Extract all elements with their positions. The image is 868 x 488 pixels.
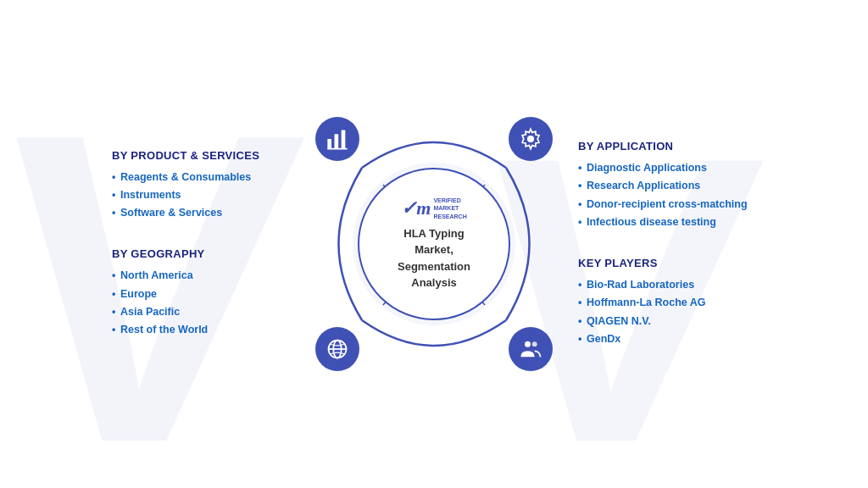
center-title: HLA Typing Market, Segmentation Analysis — [389, 225, 479, 291]
bar-chart-icon — [326, 127, 349, 151]
list-item: Europe — [112, 286, 290, 303]
application-section: BY APPLICATION Diagnostic Applications R… — [578, 140, 782, 231]
list-item: GenDx — [578, 330, 782, 348]
list-item: Donor-recipient cross-matching — [578, 196, 782, 214]
list-item: Bio-Rad Laboratories — [578, 276, 782, 294]
vmr-checkmark: ✓m — [401, 199, 431, 218]
geography-section: BY GEOGRAPHY North America Europe Asia P… — [112, 247, 290, 339]
list-item: Asia Pacific — [112, 303, 290, 321]
list-item: QIAGEN N.V. — [578, 313, 782, 330]
globe-icon-circle — [315, 327, 359, 371]
application-heading: BY APPLICATION — [578, 140, 782, 152]
svg-point-10 — [527, 136, 534, 142]
list-item: Instruments — [112, 186, 290, 204]
gear-icon-circle — [509, 117, 553, 161]
geography-heading: BY GEOGRAPHY — [112, 247, 290, 260]
product-services-list: Reagents & Consumables Instruments Softw… — [112, 169, 290, 223]
right-panel: BY APPLICATION Diagnostic Applications R… — [578, 140, 790, 348]
svg-rect-6 — [327, 139, 331, 149]
key-players-list: Bio-Rad Laboratories Hoffmann-La Roche A… — [578, 276, 782, 348]
product-services-section: BY PRODUCT & SERVICES Reagents & Consuma… — [112, 149, 290, 223]
vmr-logo: ✓m VERIFIED MARKET RESEARCH — [401, 197, 466, 219]
people-icon-circle — [509, 327, 553, 371]
left-panel: BY PRODUCT & SERVICES Reagents & Consuma… — [78, 149, 290, 340]
svg-rect-8 — [342, 130, 346, 149]
list-item: Hoffmann-La Roche AG — [578, 294, 782, 312]
list-item: Infectious disease testing — [578, 214, 782, 231]
center-diagram: ✓m VERIFIED MARKET RESEARCH HLA Typing M… — [290, 75, 578, 413]
list-item: Reagents & Consumables — [112, 169, 290, 186]
key-players-section: KEY PLAYERS Bio-Rad Laboratories Hoffman… — [578, 257, 782, 348]
people-icon — [519, 337, 542, 361]
key-players-heading: KEY PLAYERS — [578, 257, 782, 269]
product-services-heading: BY PRODUCT & SERVICES — [112, 149, 290, 162]
gear-icon — [519, 127, 542, 151]
main-content: BY PRODUCT & SERVICES Reagents & Consuma… — [0, 0, 868, 488]
svg-point-15 — [532, 341, 537, 347]
list-item: Research Applications — [578, 177, 782, 195]
list-item: North America — [112, 267, 290, 285]
application-list: Diagnostic Applications Research Applica… — [578, 159, 782, 231]
globe-icon — [326, 337, 349, 361]
vmr-text: VERIFIED MARKET RESEARCH — [433, 197, 466, 219]
svg-point-14 — [525, 341, 531, 347]
geography-list: North America Europe Asia Pacific Rest o… — [112, 267, 290, 339]
list-item: Rest of the World — [112, 321, 290, 339]
list-item: Diagnostic Applications — [578, 159, 782, 177]
list-item: Software & Services — [112, 204, 290, 222]
bar-chart-icon-circle — [315, 117, 359, 161]
center-circle: ✓m VERIFIED MARKET RESEARCH HLA Typing M… — [358, 168, 510, 320]
svg-rect-7 — [335, 134, 339, 149]
